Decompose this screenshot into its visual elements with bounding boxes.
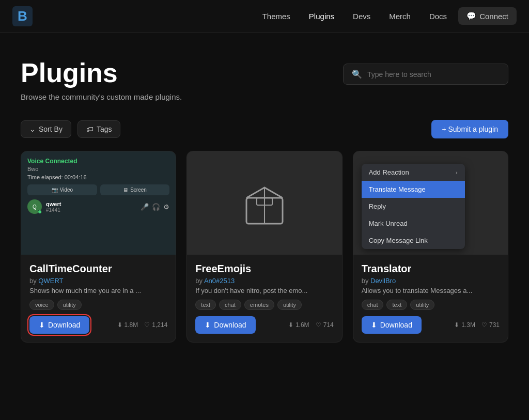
logo[interactable]: B [12, 6, 33, 26]
settings-icon[interactable]: ⚙ [163, 203, 169, 211]
plugins-grid: Voice Connected Bwo Time elapsed: 00:04:… [0, 147, 529, 363]
plugin-description: Shows how much time you are in a ... [29, 287, 167, 294]
calltimer-preview: Voice Connected Bwo Time elapsed: 00:04:… [21, 151, 176, 255]
page-subtitle: Browse the community's custom made plugi… [21, 92, 182, 101]
plugin-author-line: by QWERT [29, 277, 167, 285]
likes-stat: ♡ 731 [481, 321, 500, 329]
heart-icon: ♡ [481, 321, 487, 329]
nav-merch[interactable]: Merch [382, 8, 418, 25]
download-icon: ⬇ [39, 321, 45, 329]
page-title: Plugins [21, 57, 182, 88]
tag-text[interactable]: text [386, 300, 407, 310]
tag-emotes[interactable]: emotes [244, 300, 274, 310]
vc-video-button[interactable]: 📷 Video [27, 184, 97, 195]
plugin-card-translator: Add Reaction › Translate Message Reply M… [353, 151, 508, 343]
card-footer: ⬇ Download ⬇ 1.6M ♡ 714 [195, 316, 333, 334]
plugin-tags: chat text utility [362, 300, 500, 310]
plugin-card-calltimecounter: Voice Connected Bwo Time elapsed: 00:04:… [21, 151, 176, 343]
plugin-tags: voice utility [29, 300, 167, 310]
headphones-icon[interactable]: 🎧 [152, 203, 160, 211]
vc-user-row: Q qwert #1441 🎤 🎧 ⚙ [27, 199, 169, 214]
likes-stat: ♡ 714 [316, 321, 334, 329]
video-icon: 📷 [52, 187, 58, 193]
nav-themes[interactable]: Themes [255, 8, 298, 25]
vc-screen-button[interactable]: 🖥 Screen [100, 184, 170, 195]
card-footer: ⬇ Download ⬇ 1.3M ♡ 731 [362, 316, 500, 334]
plugin-author-line: by An0#2513 [195, 277, 333, 285]
ctx-add-reaction[interactable]: Add Reaction › [362, 164, 465, 181]
sort-icon: ⌄ [29, 125, 36, 133]
search-icon: 🔍 [352, 69, 362, 79]
mic-icon[interactable]: 🎤 [141, 203, 149, 211]
screen-icon: 🖥 [123, 187, 128, 193]
box-svg [239, 177, 290, 229]
translator-preview: Add Reaction › Translate Message Reply M… [353, 151, 508, 255]
vc-username: qwert [46, 201, 61, 207]
plugin-stats: ⬇ 1.3M ♡ 731 [454, 321, 500, 329]
search-box: 🔍 [343, 64, 508, 85]
vc-status: Voice Connected [27, 158, 169, 165]
arrow-icon: › [456, 169, 458, 176]
plugin-stats: ⬇ 1.8M ♡ 1,214 [117, 321, 168, 329]
nav-devs[interactable]: Devs [346, 8, 378, 25]
card-body-freeemojis: FreeEmojis by An0#2513 If you don't have… [187, 255, 341, 342]
plugin-description: If you don't have nitro, post the emo... [195, 287, 333, 294]
context-menu: Add Reaction › Translate Message Reply M… [362, 164, 465, 249]
download-icon: ⬇ [205, 321, 211, 329]
tag-voice[interactable]: voice [29, 300, 54, 310]
likes-stat: ♡ 1,214 [144, 321, 167, 329]
heart-icon: ♡ [316, 321, 321, 329]
vc-timer: Time elapsed: 00:04:16 [27, 174, 169, 180]
downloads-stat: ⬇ 1.6M [288, 321, 309, 329]
tags-button[interactable]: 🏷 Tags [77, 120, 121, 138]
vc-buttons: 📷 Video 🖥 Screen [27, 184, 169, 195]
download-icon: ⬇ [371, 321, 377, 329]
plugin-name: Translator [362, 263, 500, 275]
tag-utility[interactable]: utility [57, 300, 82, 310]
plugin-tags: text chat emotes utility [195, 300, 333, 310]
tag-chat[interactable]: chat [362, 300, 384, 310]
tag-text[interactable]: text [195, 300, 216, 310]
ctx-translate-message[interactable]: Translate Message [362, 181, 465, 198]
plugin-author: An0#2513 [204, 277, 235, 285]
navbar: B Themes Plugins Devs Merch Docs 💬 Conne… [0, 0, 529, 33]
vc-bwo: Bwo [27, 166, 169, 172]
controls-bar: ⌄ Sort By 🏷 Tags + Submit a plugin [0, 112, 529, 147]
hero-section: Plugins Browse the community's custom ma… [0, 33, 529, 112]
plugin-author: DevilBro [370, 277, 396, 285]
plugin-card-freeemojis: FreeEmojis by An0#2513 If you don't have… [186, 151, 342, 343]
ctx-reply[interactable]: Reply [362, 198, 465, 215]
nav-docs[interactable]: Docs [422, 8, 454, 25]
card-body-translator: Translator by DevilBro Allows you to tra… [353, 255, 508, 342]
vc-user-info: qwert #1441 [46, 201, 61, 213]
card-footer: ⬇ Download ⬇ 1.8M ♡ 1,214 [29, 316, 167, 334]
ctx-copy-link[interactable]: Copy Message Link [362, 232, 465, 249]
plugin-stats: ⬇ 1.6M ♡ 714 [288, 321, 334, 329]
download-button-translator[interactable]: ⬇ Download [362, 316, 422, 334]
downloads-stat: ⬇ 1.8M [117, 321, 138, 329]
tag-utility[interactable]: utility [410, 300, 434, 310]
tag-utility[interactable]: utility [277, 300, 302, 310]
download-button-freeemojis[interactable]: ⬇ Download [195, 316, 255, 334]
heart-icon: ♡ [144, 321, 150, 329]
plugin-description: Allows you to translate Messages a... [362, 287, 500, 294]
submit-plugin-button[interactable]: + Submit a plugin [431, 120, 508, 138]
sort-by-button[interactable]: ⌄ Sort By [21, 120, 71, 138]
connect-button[interactable]: 💬 Connect [458, 7, 517, 25]
freeemojis-preview [187, 151, 341, 255]
ctx-mark-unread[interactable]: Mark Unread [362, 215, 465, 232]
card-body-calltimecounter: CallTimeCounter by QWERT Shows how much … [21, 255, 176, 342]
vc-user-tag: #1441 [46, 207, 61, 213]
avatar: Q [27, 199, 42, 214]
online-indicator [38, 210, 42, 214]
search-input[interactable] [367, 70, 500, 79]
hero-text: Plugins Browse the community's custom ma… [21, 57, 182, 101]
tag-chat[interactable]: chat [219, 300, 241, 310]
download-button-calltimecounter[interactable]: ⬇ Download [29, 316, 89, 334]
download-stat-icon: ⬇ [117, 321, 122, 329]
tag-icon: 🏷 [86, 125, 94, 133]
nav-plugins[interactable]: Plugins [302, 8, 341, 25]
download-stat-icon: ⬇ [454, 321, 459, 329]
vc-user-controls: 🎤 🎧 ⚙ [141, 203, 169, 211]
chat-icon: 💬 [466, 11, 476, 21]
